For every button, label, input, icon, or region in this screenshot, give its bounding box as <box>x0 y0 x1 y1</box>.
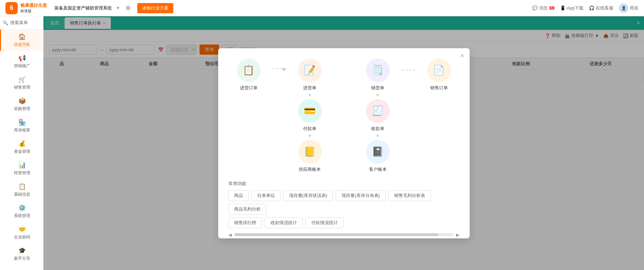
message-badge: 5 <box>549 6 555 10</box>
avatar: 👤 <box>619 3 628 13</box>
receipt-bill-node[interactable]: 🧾 收款单 <box>358 99 398 132</box>
purchase-icon: 📦 <box>18 97 26 105</box>
search-menu[interactable]: 🔍 搜索菜单 <box>0 16 43 30</box>
search-icon: 🔍 <box>3 20 8 25</box>
system-name: 装备及固定资产辅助管理系统 ▼ ⚙ 体验行业方案 <box>49 3 173 13</box>
logo-text: 畅康通好生意 标准版 <box>20 3 47 13</box>
user-item[interactable]: 👤 用友 <box>619 3 639 13</box>
finance-icon: 💰 <box>18 140 26 147</box>
sidebar: 🔍 搜索菜单 🏠 快捷导航 📢 营销推广 🛒 销售管理 📦 采购管理 🏪 <box>0 16 43 270</box>
sales-order-node[interactable]: 📄 销售订单 <box>419 58 459 91</box>
common-functions: 常用功能 商品 往来单位 现存量(库存状况表) 现存量(库存分布表) 销售毛利分… <box>228 181 459 228</box>
basic-icon: 📋 <box>18 183 26 190</box>
payment-bill-icon: 💳 <box>298 99 322 123</box>
logo-icon: 6 <box>5 2 18 14</box>
func-btn-sales-profit[interactable]: 销售毛利分析表 <box>388 190 431 201</box>
func-btn-stock-status[interactable]: 现存量(库存状况表) <box>283 190 333 201</box>
func-btn-payment-stats[interactable]: 付款情况统计 <box>306 217 344 228</box>
common-func-title: 常用功能 <box>228 181 459 187</box>
scroll-right-arrow[interactable]: ▶ <box>456 232 459 237</box>
flow-modal: × 📋 进货订单 <box>218 48 470 238</box>
sidebar-item-basic[interactable]: 📋 基础信息 <box>0 179 43 201</box>
enterprise-icon: 🤝 <box>18 226 26 233</box>
sidebar-item-newbie[interactable]: 🎓 新手引导 <box>0 244 43 265</box>
func-btn-goods[interactable]: 商品 <box>228 190 249 201</box>
scroll-left-arrow[interactable]: ◀ <box>228 232 232 237</box>
marketing-icon: 📢 <box>18 54 26 62</box>
newbie-icon: 🎓 <box>18 247 26 254</box>
app-download-item[interactable]: 📱 App下载 <box>560 5 584 11</box>
func-btn-row-1: 商品 往来单位 现存量(库存状况表) 现存量(库存分布表) 销售毛利分析表 商品… <box>228 190 459 215</box>
flow-section: 📋 进货订单 ▶ 📝 <box>228 58 459 173</box>
sidebar-item-enterprise[interactable]: 🤝 企业协同 <box>0 222 43 244</box>
func-btn-sales-rank[interactable]: 销售排行榜 <box>228 217 262 228</box>
logo-area: 6 畅康通好生意 标准版 <box>5 2 49 14</box>
sidebar-item-operations[interactable]: 📊 经营管理 <box>0 158 43 179</box>
top-right: 💬 消息 5 📱 App下载 🎧 在线客服 👤 用友 <box>532 3 639 13</box>
system-icon: ⚙️ <box>18 204 26 212</box>
func-btn-goods-profit[interactable]: 商品毛利分析 <box>228 204 266 215</box>
sidebar-item-inventory[interactable]: 🏪 库存核算 <box>0 115 43 137</box>
service-icon: 🎧 <box>589 5 594 11</box>
sales-icon: 🛒 <box>18 76 26 83</box>
purchase-order-node[interactable]: 📋 进货订单 <box>228 58 269 91</box>
inventory-icon: 🏪 <box>18 119 26 126</box>
scroll-bar-area: ◀ ▶ <box>228 232 459 237</box>
dropdown-arrow-icon[interactable]: ▼ <box>116 5 120 11</box>
customer-account-node[interactable]: 📓 客户账本 <box>358 140 398 173</box>
download-icon: 📱 <box>560 5 565 11</box>
experience-button[interactable]: 体验行业方案 <box>137 3 173 13</box>
func-btn-row-2: 销售排行榜 收款情况统计 付款情况统计 <box>228 217 459 228</box>
func-btn-receipt-stats[interactable]: 收款情况统计 <box>265 217 303 228</box>
message-icon: 💬 <box>532 5 538 11</box>
customer-account-icon: 📓 <box>366 140 390 164</box>
modal-overlay: × 📋 进货订单 <box>43 16 644 270</box>
sidebar-item-purchase[interactable]: 📦 采购管理 <box>0 94 43 115</box>
sidebar-item-quick-nav[interactable]: 🏠 快捷导航 <box>0 30 43 51</box>
func-btn-contacts[interactable]: 往来单位 <box>251 190 281 201</box>
system-title: 装备及固定资产辅助管理系统 <box>54 5 112 11</box>
app-wrapper: 6 畅康通好生意 标准版 装备及固定资产辅助管理系统 ▼ ⚙ 体验行业方案 💬 … <box>0 0 644 270</box>
sidebar-item-finance[interactable]: 💰 资金管理 <box>0 137 43 158</box>
receipt-bill-icon: 🧾 <box>366 99 390 123</box>
sales-bill-node[interactable]: 🗒️ 销货单 <box>358 58 398 91</box>
func-btn-stock-dist[interactable]: 现存量(库存分布表) <box>336 190 386 201</box>
sidebar-item-system[interactable]: ⚙️ 系统管理 <box>0 201 43 222</box>
sales-order-icon: 📄 <box>427 58 451 82</box>
sales-bill-icon: 🗒️ <box>366 58 390 82</box>
top-bar: 6 畅康通好生意 标准版 装备及固定资产辅助管理系统 ▼ ⚙ 体验行业方案 💬 … <box>0 0 644 16</box>
gear-icon[interactable]: ⚙ <box>126 5 130 11</box>
purchase-bill-node[interactable]: 📝 进货单 <box>290 58 330 91</box>
sidebar-item-marketing[interactable]: 📢 营销推广 <box>0 51 43 72</box>
home-icon: 🏠 <box>18 33 26 40</box>
scroll-track[interactable] <box>234 233 453 236</box>
online-service-item[interactable]: 🎧 在线客服 <box>589 5 613 11</box>
payment-bill-node[interactable]: 💳 付款单 <box>290 99 330 132</box>
modal-close-button[interactable]: × <box>460 52 464 59</box>
scroll-thumb <box>234 233 438 236</box>
sidebar-item-sales[interactable]: 🛒 销售管理 <box>0 72 43 94</box>
operations-icon: 📊 <box>18 161 26 169</box>
message-item[interactable]: 💬 消息 5 <box>532 5 555 11</box>
supplier-account-node[interactable]: 📒 供应商账本 <box>290 140 330 173</box>
purchase-bill-icon: 📝 <box>298 58 322 82</box>
purchase-order-icon: 📋 <box>237 58 261 82</box>
supplier-account-icon: 📒 <box>298 140 322 164</box>
